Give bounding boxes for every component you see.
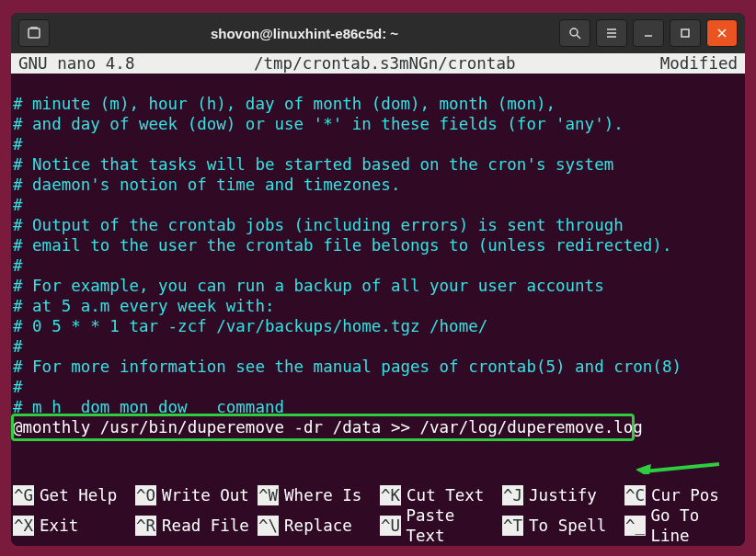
annotation-arrow [636,461,719,474]
editor-line: # Notice that tasks will be started base… [13,155,613,174]
nano-state: Modified [660,53,745,74]
nano-statusline: GNU nano 4.8 /tmp/crontab.s3mNGn/crontab… [11,53,745,74]
editor-line: # minute (m), hour (h), day of month (do… [13,95,556,113]
cron-command: @monthly /usr/bin/duperemove -dr /data >… [13,418,643,437]
search-button[interactable] [559,19,590,47]
nano-app-name: GNU nano 4.8 [11,53,250,74]
editor-line: # email to the user the crontab file bel… [13,236,671,255]
terminal-window: shovon@linuxhint-e86c5d: ~ GNU nano 4.8 … [11,13,745,546]
shortcut-readfile: ^RRead File [133,505,256,546]
nano-shortcuts: ^GGet Help ^OWrite Out ^WWhere Is ^KCut … [11,485,745,546]
minimize-icon [641,26,656,40]
search-icon [567,26,582,40]
shortcut-cut: ^KCut Text [378,485,500,505]
shortcut-help: ^GGet Help [11,485,133,505]
shortcut-writeout: ^OWrite Out [133,485,256,505]
shortcut-justify: ^JJustify [500,485,623,505]
svg-rect-0 [29,28,40,38]
terminal-area[interactable]: GNU nano 4.8 /tmp/crontab.s3mNGn/crontab… [11,53,745,546]
editor-line: # at 5 a.m every week with: [13,297,274,315]
new-tab-icon [27,26,41,40]
minimize-button[interactable] [633,19,664,47]
nano-filename: /tmp/crontab.s3mNGn/crontab [250,53,660,74]
editor-line: # Output of the crontab jobs (including … [13,216,624,234]
highlighted-line: @monthly /usr/bin/duperemove -dr /data >… [13,417,643,437]
editor-line: # For example, you can run a backup of a… [13,277,604,295]
shortcut-curpos: ^CCur Pos [623,485,745,505]
svg-marker-3 [636,464,651,474]
close-icon [715,26,729,40]
svg-point-1 [570,28,578,36]
maximize-icon [678,26,693,40]
shortcut-spell: ^TTo Spell [500,505,623,546]
new-tab-button[interactable] [18,19,50,47]
editor-line: # m h dom mon dow command [13,398,284,416]
maximize-button[interactable] [670,19,701,47]
editor-line: # [13,196,23,214]
editor-line: # [13,135,23,153]
svg-rect-2 [682,29,689,37]
editor-line: # and day of week (dow) or use '*' in th… [13,115,624,133]
shortcut-whereis: ^WWhere Is [256,485,378,505]
editor-line: # [13,378,23,396]
editor-line: # 0 5 * * 1 tar -zcf /var/backups/home.t… [13,317,487,335]
editor-line: # daemon's notion of time and timezones. [13,176,400,194]
hamburger-icon [604,26,619,40]
shortcut-replace: ^\Replace [256,505,378,546]
shortcut-goto: ^_Go To Line [623,505,745,546]
window-title: shovon@linuxhint-e86c5d: ~ [55,26,554,41]
shortcut-paste: ^UPaste Text [378,505,500,546]
menu-button[interactable] [596,19,627,47]
editor-line: # [13,256,23,275]
editor-line: # For more information see the manual pa… [13,357,682,376]
shortcut-exit: ^XExit [11,505,133,546]
titlebar: shovon@linuxhint-e86c5d: ~ [11,13,745,53]
editor-content[interactable]: # minute (m), hour (h), day of month (do… [11,74,745,458]
close-button[interactable] [706,19,738,47]
editor-line: # [13,337,23,356]
